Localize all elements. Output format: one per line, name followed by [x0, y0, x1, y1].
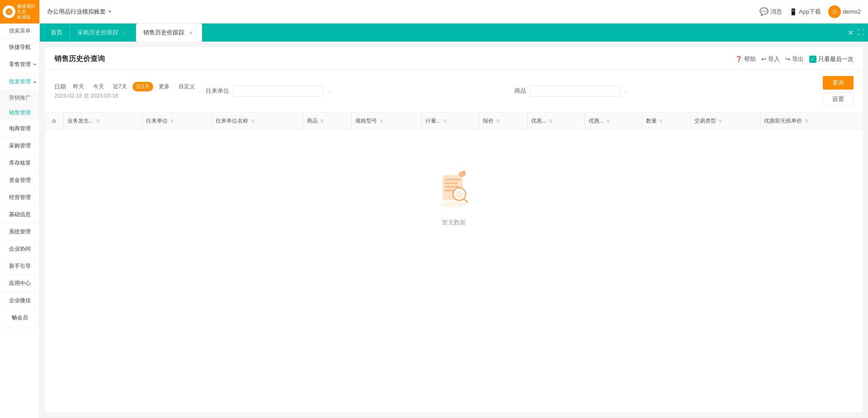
settings-button[interactable]: 设置	[823, 92, 854, 106]
sidebar-item-label: 库存核算	[9, 159, 31, 167]
query-buttons: 查询 设置	[823, 76, 854, 106]
sidebar-item-member[interactable]: 畅会员	[0, 309, 39, 327]
date-option-more[interactable]: 更多	[155, 82, 173, 91]
sidebar-item-marketing[interactable]: 营销推广	[0, 90, 39, 105]
import-label: 导入	[768, 55, 780, 63]
app-download-action[interactable]: 📱 App下载	[789, 8, 821, 16]
svg-rect-5	[445, 182, 458, 184]
sort-icon: ⇅	[805, 119, 808, 124]
app-label: App下载	[799, 8, 821, 16]
sidebar-item-label: 批发管理	[9, 78, 31, 86]
sidebar-item-label: 零售管理	[9, 61, 31, 68]
sort-icon: ⇅	[443, 119, 447, 124]
tab-sales-history[interactable]: 销售历史价跟踪 ✕	[136, 24, 202, 42]
col-price[interactable]: 报价 ⇅	[479, 113, 527, 130]
sidebar-item-label: 新手引导	[9, 262, 31, 270]
sales-history-tab-close[interactable]: ✕	[187, 29, 194, 36]
page-header: 销售历史价查询 ❓ 帮助 ↩ 导入 ↪ 导出 ✓	[45, 47, 863, 70]
col-partner-name[interactable]: 往来单位名称 ⇅	[212, 113, 303, 130]
sidebar-item-quick-nav[interactable]: 快捷导航	[0, 39, 39, 56]
product-input[interactable]	[530, 86, 620, 97]
sidebar-item-label: 经营管理	[9, 194, 31, 201]
sidebar-item-label: 资金管理	[9, 176, 31, 184]
only-last-checkbox[interactable]: ✓ 只看最后一次	[809, 55, 854, 63]
col-spec[interactable]: 规格型号 ⇅	[352, 113, 422, 130]
col-product-label: 商品	[307, 118, 318, 124]
export-button[interactable]: ↪ 导出	[785, 55, 804, 63]
sort-icon: ⇅	[170, 119, 174, 124]
tab-purchase-history[interactable]: 采购历史价跟踪 ✕	[70, 24, 136, 42]
message-action[interactable]: 💬 消息	[760, 7, 782, 16]
date-option-custom[interactable]: 自定义	[175, 82, 198, 91]
maximize-button[interactable]: ⛶	[857, 28, 864, 37]
page-card: 销售历史价查询 ❓ 帮助 ↩ 导入 ↪ 导出 ✓	[45, 47, 863, 413]
col-product[interactable]: 商品 ⇅	[303, 113, 352, 130]
tab-home[interactable]: 首页	[43, 24, 70, 42]
sidebar-item-system[interactable]: 系统管理	[0, 223, 39, 241]
date-options-row: 日期 昨天 今天 近7天 近1月 更多 自定义	[54, 82, 198, 91]
product-filter-group: 商品 ···	[514, 86, 816, 97]
svg-point-9	[455, 190, 463, 198]
date-options: 昨天 今天 近7天 近1月 更多 自定义	[70, 82, 198, 91]
sidebar-item-wechat[interactable]: 企业微信	[0, 292, 39, 309]
sidebar-item-wholesale[interactable]: 批发管理	[0, 73, 39, 90]
col-discount2[interactable]: 优惠... ⇅	[585, 113, 642, 130]
table-header-row: ⚙ 业务发生... ⇅ 往来单位 ⇅ 往来单位名称	[45, 113, 863, 130]
partner-input[interactable]	[233, 86, 323, 97]
header-left: 办公用品行业模拟账套 ▼	[47, 8, 112, 16]
svg-text:6: 6	[8, 10, 10, 14]
date-option-last1m[interactable]: 近1月	[132, 82, 154, 91]
col-biz-date[interactable]: 业务发生... ⇅	[63, 113, 142, 130]
partner-filter-group: 往来单位 ···	[206, 86, 507, 97]
import-icon: ↩	[761, 56, 766, 62]
col-pre-tax-price[interactable]: 优惠前无税单价 ⇅	[760, 113, 863, 130]
sidebar-item-sales[interactable]: 销售管理	[0, 105, 39, 120]
logo-text: 畅捷通好生意 标准版	[17, 4, 37, 20]
col-settings[interactable]: ⚙	[45, 113, 63, 130]
query-button[interactable]: 查询	[823, 76, 854, 90]
sort-icon: ⇅	[320, 119, 324, 124]
sidebar-item-guide[interactable]: 新手引导	[0, 258, 39, 275]
sidebar-item-enterprise[interactable]: 企业协同	[0, 241, 39, 258]
help-label: 帮助	[744, 55, 756, 63]
svg-point-2	[440, 202, 467, 207]
col-discount1-label: 优惠...	[531, 118, 547, 124]
sidebar-item-retail[interactable]: 零售管理	[0, 56, 39, 73]
import-button[interactable]: ↩ 导入	[761, 55, 780, 63]
data-table: ⚙ 业务发生... ⇅ 往来单位 ⇅ 往来单位名称	[45, 113, 863, 130]
user-profile[interactable]: D demo2	[828, 5, 861, 18]
page-title: 销售历史价查询	[54, 54, 105, 64]
sidebar-search[interactable]: 搜索菜单	[0, 24, 39, 39]
col-unit[interactable]: 计量... ⇅	[421, 113, 479, 130]
svg-point-12	[462, 171, 466, 174]
date-option-last7[interactable]: 近7天	[109, 82, 131, 91]
col-discount1[interactable]: 优惠... ⇅	[527, 113, 585, 130]
sidebar-item-purchase[interactable]: 采购管理	[0, 138, 39, 155]
tabs-right-controls: ✕ ⛶	[848, 28, 864, 37]
partner-label: 往来单位	[206, 87, 229, 95]
sidebar-item-inventory[interactable]: 库存核算	[0, 155, 39, 172]
col-trade-type[interactable]: 交易类型 ⇅	[690, 113, 760, 130]
sidebar: 6 畅捷通好生意 标准版 搜索菜单 快捷导航 零售管理 批发管理 营销推广 销售…	[0, 0, 40, 418]
empty-text: 暂无数据	[442, 218, 466, 227]
export-label: 导出	[792, 55, 804, 63]
close-tab-button[interactable]: ✕	[848, 28, 854, 37]
gear-icon[interactable]: ⚙	[52, 118, 57, 124]
sidebar-item-operation[interactable]: 经营管理	[0, 189, 39, 206]
industry-label: 办公用品行业模拟账套	[47, 8, 106, 16]
sidebar-item-finance[interactable]: 资金管理	[0, 172, 39, 189]
sidebar-item-appstore[interactable]: 应用中心	[0, 275, 39, 292]
purchase-history-tab-close[interactable]: ✕	[121, 29, 128, 36]
date-option-yesterday[interactable]: 昨天	[70, 82, 88, 91]
avatar: D	[828, 5, 841, 18]
logo-icon: 6	[3, 5, 15, 18]
product-dots[interactable]: ···	[624, 88, 629, 95]
partner-dots[interactable]: ···	[327, 88, 332, 95]
industry-selector[interactable]: 办公用品行业模拟账套 ▼	[47, 8, 112, 16]
col-partner-code[interactable]: 往来单位 ⇅	[142, 113, 212, 130]
col-quantity[interactable]: 数量 ⇅	[642, 113, 690, 130]
date-option-today[interactable]: 今天	[90, 82, 108, 91]
sidebar-item-ecommerce[interactable]: 电商管理	[0, 120, 39, 138]
sidebar-item-basic[interactable]: 基础信息	[0, 206, 39, 223]
help-button[interactable]: ❓ 帮助	[735, 55, 756, 63]
